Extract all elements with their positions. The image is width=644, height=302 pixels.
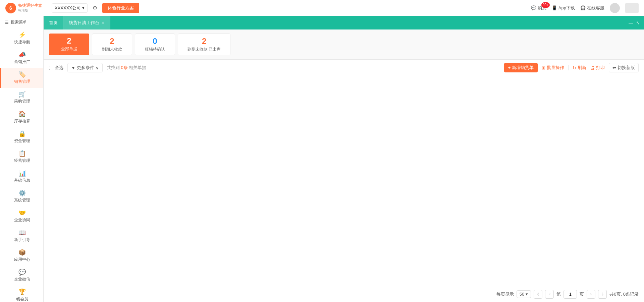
member-icon: 🏆 bbox=[18, 289, 26, 295]
sidebar-item-label: 快捷导航 bbox=[14, 39, 30, 45]
tab-maximize-icon[interactable]: ⤡ bbox=[636, 20, 640, 25]
tab-workbench[interactable]: 钱货日清工作台 ✕ bbox=[63, 16, 110, 29]
page-content: 2 全部单据 2 到期未收款 0 旺铺待确认 2 到期未收款 已出库 bbox=[44, 29, 644, 302]
sidebar-item-inventory[interactable]: 🏠 库存核算 bbox=[0, 108, 43, 127]
sidebar-item-system[interactable]: ⚙️ 系统管理 bbox=[0, 187, 43, 206]
sidebar-item-app-center[interactable]: 📦 应用中心 bbox=[0, 246, 43, 266]
refresh-label: 刷新 bbox=[578, 65, 586, 71]
tab-home[interactable]: 首页 bbox=[44, 16, 63, 29]
batch-label: 批量操作 bbox=[547, 65, 564, 71]
search-menu-btn[interactable]: ☰ 搜索菜单 bbox=[0, 16, 43, 28]
stat-card-overdue[interactable]: 2 到期未收款 bbox=[92, 34, 132, 55]
online-service-label: 在线客服 bbox=[587, 5, 604, 11]
print-btn[interactable]: 🖨 打印 bbox=[590, 65, 605, 71]
page-size-select[interactable]: 50 ▾ bbox=[517, 290, 531, 298]
stats-bar: 2 全部单据 2 到期未收款 0 旺铺待确认 2 到期未收款 已出库 bbox=[44, 29, 644, 60]
tab-home-label: 首页 bbox=[49, 20, 58, 26]
messages-btn[interactable]: 💬 消息 99+ bbox=[531, 5, 546, 11]
top-bar-left: 6 畅捷通好生意 标准版 XXXXXX公司 ▾ ⚙ 体验行业方案 bbox=[5, 3, 139, 13]
top-bar: 6 畅捷通好生意 标准版 XXXXXX公司 ▾ ⚙ 体验行业方案 💬 消息 99… bbox=[0, 0, 644, 16]
try-btn[interactable]: 体验行业方案 bbox=[102, 3, 139, 13]
tab-minimize-icon[interactable]: — bbox=[629, 20, 633, 25]
sidebar-item-finance[interactable]: 🔒 资金管理 bbox=[0, 127, 43, 147]
more-filters-btn[interactable]: ▼ 更多条件 ∨ bbox=[67, 63, 103, 72]
company-selector[interactable]: XXXXXX公司 ▾ bbox=[52, 3, 88, 13]
page-next-btn[interactable]: ＞ bbox=[587, 290, 595, 299]
settings-icon[interactable]: ⚙ bbox=[90, 3, 100, 13]
sidebar-item-operations[interactable]: 📋 经营管理 bbox=[0, 147, 43, 167]
tab-bar: 首页 钱货日清工作台 ✕ — ⤡ bbox=[44, 16, 644, 29]
sidebar-item-wechat[interactable]: 💬 企业微信 bbox=[0, 266, 43, 286]
content-area: 首页 钱货日清工作台 ✕ — ⤡ 2 全部单据 2 到期未收款 bbox=[44, 16, 644, 302]
chevron-down-icon: ▾ bbox=[82, 5, 85, 10]
stat-label-overdue: 到期未收款 bbox=[102, 47, 122, 52]
switch-label: 切换新版 bbox=[618, 65, 635, 71]
sidebar-item-sales[interactable]: 🏷️ 销售管理 bbox=[0, 68, 43, 88]
search-icon: ☰ bbox=[5, 20, 9, 25]
sidebar-item-label: 应用中心 bbox=[14, 257, 30, 262]
stat-card-all[interactable]: 2 全部单据 bbox=[49, 34, 89, 55]
logo-icon: 6 bbox=[5, 3, 16, 13]
page-size-chevron: ▾ bbox=[526, 292, 528, 297]
sidebar-item-marketing[interactable]: 📣 营销推广 bbox=[0, 48, 43, 68]
stat-number-pending: 0 bbox=[153, 37, 157, 46]
page-label: 第 bbox=[556, 291, 561, 297]
enterprise-icon: 🤝 bbox=[18, 210, 26, 216]
stat-label-shipped: 到期未收款 已出库 bbox=[187, 47, 221, 52]
switch-version-btn[interactable]: ⇌ 切换新版 bbox=[609, 63, 639, 72]
select-all-input[interactable] bbox=[49, 66, 53, 70]
sidebar-item-quick-nav[interactable]: ⚡ 快捷导航 bbox=[0, 28, 43, 48]
print-label: 打印 bbox=[596, 65, 605, 71]
sidebar-item-enterprise[interactable]: 🤝 企业协同 bbox=[0, 206, 43, 226]
operations-icon: 📋 bbox=[18, 150, 26, 157]
page-label-end: 页 bbox=[580, 291, 584, 297]
company-name: XXXXXX公司 bbox=[55, 5, 81, 11]
tab-close-icon[interactable]: ✕ bbox=[101, 20, 105, 25]
stat-number-shipped: 2 bbox=[202, 37, 206, 46]
sidebar-item-label: 新手引导 bbox=[14, 237, 30, 243]
select-all-checkbox[interactable]: 全选 bbox=[49, 65, 63, 71]
select-all-label: 全选 bbox=[55, 65, 63, 71]
basic-info-icon: 📊 bbox=[18, 170, 26, 176]
sales-icon: 🏷️ bbox=[18, 71, 26, 77]
quick-nav-icon: ⚡ bbox=[18, 32, 26, 38]
per-page-label: 每页显示 bbox=[496, 291, 514, 297]
more-filters-label: 更多条件 bbox=[77, 65, 94, 71]
inventory-icon: 🏠 bbox=[18, 111, 26, 117]
main-layout: ☰ 搜索菜单 ⚡ 快捷导航 📣 营销推广 🏷️ 销售管理 🛒 采购管理 🏠 库存… bbox=[0, 16, 644, 302]
page-input[interactable] bbox=[564, 290, 577, 299]
sidebar-item-guide[interactable]: 📖 新手引导 bbox=[0, 226, 43, 246]
sidebar-item-basic-info[interactable]: 📊 基础信息 bbox=[0, 167, 43, 187]
page-last-btn[interactable]: ⟫ bbox=[598, 290, 607, 299]
page-first-btn[interactable]: ⟪ bbox=[534, 290, 542, 299]
sidebar-item-member[interactable]: 🏆 畅会员 bbox=[0, 286, 43, 302]
stat-card-shipped[interactable]: 2 到期未收款 已出库 bbox=[178, 34, 230, 55]
tab-bar-actions: — ⤡ bbox=[625, 16, 644, 29]
page-prev-btn[interactable]: ＜ bbox=[545, 290, 554, 299]
table-area bbox=[44, 76, 644, 286]
sidebar-item-label: 销售管理 bbox=[14, 79, 30, 84]
logo-text-group: 畅捷通好生意 标准版 bbox=[18, 3, 42, 13]
result-text: 共找到 0条 相关单据 bbox=[107, 65, 146, 71]
sidebar-item-label: 企业微信 bbox=[14, 277, 30, 282]
refresh-btn[interactable]: ↻ 刷新 bbox=[573, 65, 586, 71]
sidebar-item-label: 资金管理 bbox=[14, 138, 30, 144]
stat-card-pending[interactable]: 0 旺铺待确认 bbox=[135, 34, 175, 55]
add-sale-btn[interactable]: + 新增销货单 bbox=[504, 63, 538, 72]
stat-number-overdue: 2 bbox=[110, 37, 114, 46]
stat-label-all: 全部单据 bbox=[61, 46, 77, 52]
avatar[interactable] bbox=[610, 3, 620, 13]
total-info: 共0页, 0条记录 bbox=[609, 291, 639, 297]
app-download-btn[interactable]: 📱 App下载 bbox=[552, 5, 575, 11]
purchase-icon: 🛒 bbox=[18, 91, 26, 97]
finance-icon: 🔒 bbox=[18, 131, 26, 137]
wechat-icon: 💬 bbox=[18, 269, 26, 275]
batch-btn[interactable]: ⊞ 批量操作 bbox=[542, 65, 564, 71]
filter-icon: ▼ bbox=[71, 65, 75, 70]
divider bbox=[568, 65, 569, 70]
online-service-btn[interactable]: 🎧 在线客服 bbox=[580, 5, 604, 11]
sidebar-item-purchase[interactable]: 🛒 采购管理 bbox=[0, 88, 43, 108]
download-icon: 📱 bbox=[552, 5, 557, 10]
user-name-area[interactable] bbox=[625, 3, 639, 13]
stat-number-all: 2 bbox=[67, 36, 71, 46]
